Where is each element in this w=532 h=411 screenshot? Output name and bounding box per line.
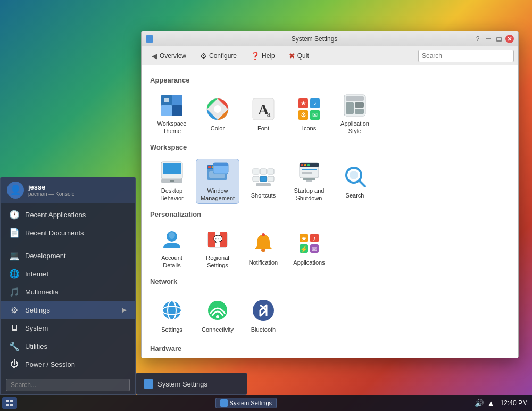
notification-label: Notification <box>249 259 278 266</box>
internet-icon: 🌐 <box>9 268 20 279</box>
start-button[interactable] <box>2 397 17 409</box>
svg-rect-37 <box>260 169 267 174</box>
workspace-theme-item[interactable]: Workspace Theme <box>150 92 194 137</box>
window-help-btn[interactable]: ? <box>473 35 482 43</box>
menu-development[interactable]: 💻 Development <box>1 246 135 265</box>
window-maximize-btn[interactable] <box>495 35 503 43</box>
recent-docs-label: Recent Documents <box>25 229 84 237</box>
menu-multimedia[interactable]: 🎵 Multimedia <box>1 283 135 301</box>
menu-settings[interactable]: ⚙ Settings ▶ <box>1 301 135 319</box>
menu-utilities[interactable]: 🔧 Utilities <box>1 337 135 355</box>
window-titlebar: System Settings ? <box>142 31 518 46</box>
icons-icon: ★ ♪ ⚙ ✉ <box>296 96 322 122</box>
username: jesse <box>28 183 74 191</box>
back-icon: ◀ <box>152 52 157 60</box>
font-item[interactable]: A a Font <box>242 92 285 137</box>
search-input[interactable] <box>418 50 514 62</box>
menu-recent-docs[interactable]: 📄 Recent Documents <box>1 224 135 242</box>
taskbar-app-label: System Settings <box>230 400 272 406</box>
regional-settings-item[interactable]: 💬 Regional Settings <box>196 226 239 271</box>
svg-rect-35 <box>213 163 228 166</box>
svg-rect-3 <box>161 105 172 116</box>
svg-rect-62 <box>261 249 265 252</box>
net-settings-icon <box>159 298 185 323</box>
workspace-grid: Desktop Behavior <box>150 159 510 204</box>
color-item[interactable]: Color <box>196 92 239 137</box>
menu-internet[interactable]: 🌐 Internet <box>1 265 135 283</box>
window-app-icon <box>146 35 153 43</box>
settings-content: Appearance Workspace Theme <box>142 65 518 358</box>
overview-button[interactable]: ◀ Overview <box>146 49 192 63</box>
configure-icon: ⚙ <box>200 52 207 60</box>
quit-button[interactable]: ✖ Quit <box>283 49 315 63</box>
svg-rect-38 <box>268 169 274 174</box>
window-management-item[interactable]: Window Management <box>196 159 239 204</box>
svg-rect-39 <box>253 176 259 182</box>
user-avatar: 👤 <box>7 182 24 199</box>
svg-text:a: a <box>267 110 271 118</box>
applications-label: Applications <box>293 259 325 266</box>
regional-icon: 💬 <box>205 228 230 251</box>
workspace-theme-label: Workspace Theme <box>152 120 192 134</box>
quit-icon: ✖ <box>289 52 295 60</box>
taskbar-sys-settings[interactable]: System Settings <box>215 398 277 408</box>
connectivity-icon <box>205 298 230 323</box>
start-menu: 👤 jesse pacman — Konsole 🕐 Recent Applic… <box>0 177 136 395</box>
shortcuts-item[interactable]: Shortcuts <box>242 159 285 204</box>
desktop-behavior-icon <box>159 161 185 184</box>
svg-point-7 <box>214 105 221 113</box>
internet-label: Internet <box>25 270 48 278</box>
icons-item[interactable]: ★ ♪ ⚙ ✉ Icons <box>287 92 331 137</box>
clock-icon: 🕐 <box>9 209 20 220</box>
svg-point-78 <box>253 300 274 321</box>
appearance-section-header: Appearance <box>150 76 510 86</box>
development-label: Development <box>25 252 66 260</box>
svg-rect-21 <box>346 102 354 114</box>
startup-icon <box>296 161 322 184</box>
configure-button[interactable]: ⚙ Configure <box>194 49 243 63</box>
hardware-section-header: Hardware <box>150 344 510 355</box>
connectivity-item[interactable]: Connectivity <box>196 293 239 338</box>
app-style-item[interactable]: Application Style <box>333 92 377 137</box>
network-tray-icon[interactable]: ▲ <box>487 399 495 407</box>
notification-item[interactable]: Notification <box>242 226 285 271</box>
svg-text:✉: ✉ <box>312 245 317 253</box>
notification-icon <box>251 231 276 256</box>
search-item[interactable]: Search <box>333 159 377 204</box>
window-management-label: Window Management <box>198 187 237 201</box>
startup-item[interactable]: Startup and Shutdown <box>287 159 331 204</box>
help-button[interactable]: ❓ Help <box>245 49 281 63</box>
desktop-behavior-label: Desktop Behavior <box>152 187 192 201</box>
bluetooth-item[interactable]: Bluetooth <box>242 293 285 338</box>
svg-point-54 <box>350 171 358 179</box>
menu-power-session[interactable]: ⏻ Power / Session <box>1 355 135 373</box>
help-icon: ❓ <box>251 52 260 60</box>
power-session-icon: ⏻ <box>9 359 20 369</box>
window-close-btn[interactable] <box>505 35 514 43</box>
shortcuts-label: Shortcuts <box>251 192 276 199</box>
svg-rect-40 <box>260 176 267 182</box>
taskbar: System Settings 🔊 ▲ 12:40 PM <box>0 395 532 411</box>
svg-rect-23 <box>355 109 364 114</box>
menu-search-input[interactable] <box>6 379 130 391</box>
account-icon <box>159 228 185 251</box>
system-icon: 🖥 <box>9 323 20 333</box>
window-minimize-btn[interactable] <box>484 35 493 43</box>
menu-system[interactable]: 🖥 System <box>1 319 135 337</box>
menu-recent-apps[interactable]: 🕐 Recent Applications <box>1 206 135 224</box>
development-icon: 💻 <box>9 250 20 261</box>
toolbar: ◀ Overview ⚙ Configure ❓ Help ✖ Quit <box>142 46 518 65</box>
svg-rect-22 <box>355 102 364 108</box>
net-settings-item[interactable]: Settings <box>150 293 194 338</box>
svg-rect-42 <box>256 183 271 186</box>
volume-tray-icon[interactable]: 🔊 <box>475 399 484 407</box>
desktop-behavior-item[interactable]: Desktop Behavior <box>150 159 194 204</box>
account-details-item[interactable]: Account Details <box>150 226 194 271</box>
applications-item[interactable]: ★ ♪ ⚡ ✉ Applications <box>287 226 331 271</box>
network-section-header: Network <box>150 277 510 287</box>
power-session-label: Power / Session <box>25 360 75 368</box>
sys-settings-submenu-item[interactable]: System Settings <box>136 375 247 392</box>
svg-text:★: ★ <box>301 235 307 242</box>
clock-display: 12:40 PM <box>501 399 528 407</box>
start-menu-items: 🕐 Recent Applications 📄 Recent Documents… <box>1 203 135 375</box>
